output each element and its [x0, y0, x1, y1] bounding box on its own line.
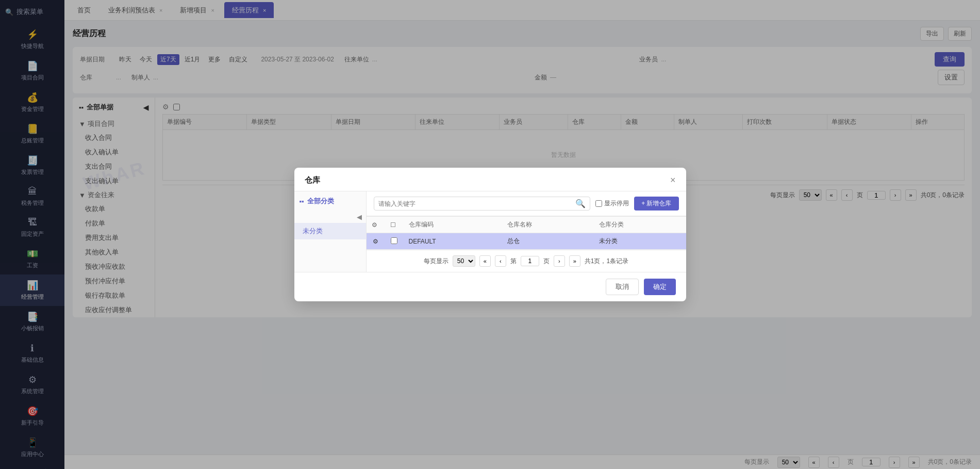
dialog-header: 仓库 ×: [294, 168, 686, 191]
row-category: 未分类: [594, 233, 686, 250]
category-panel: ▪▪ 全部分类 ◀ 未分类: [294, 191, 367, 272]
th-gear: ⚙: [367, 217, 385, 233]
cat-all-header[interactable]: ▪▪ 全部分类: [294, 191, 366, 211]
dialog-last-btn[interactable]: »: [569, 255, 580, 267]
dialog-table-scroll: ⚙ ☐ 仓库编码 仓库名称 仓库分类 ⚙ DEFAULT 总仓 未分类: [367, 216, 686, 250]
dialog-per-page-select[interactable]: 50: [453, 255, 475, 267]
dialog-body: ▪▪ 全部分类 ◀ 未分类 🔍: [294, 191, 686, 272]
warehouse-dialog: 仓库 × ▪▪ 全部分类 ◀ 未分类: [294, 168, 686, 301]
row-code: DEFAULT: [404, 233, 503, 250]
dialog-overlay: 仓库 × ▪▪ 全部分类 ◀ 未分类: [0, 0, 980, 469]
th-category: 仓库分类: [594, 217, 686, 233]
show-disabled-label[interactable]: 显示停用: [595, 199, 629, 208]
dialog-next-btn[interactable]: ›: [554, 255, 565, 267]
grid2-icon: ▪▪: [300, 198, 304, 205]
cancel-button[interactable]: 取消: [606, 279, 639, 295]
dialog-toolbar: 🔍 显示停用 + 新增仓库: [367, 191, 686, 216]
table-panel: 🔍 显示停用 + 新增仓库 ⚙ ☐ 仓库编码: [367, 191, 686, 272]
row-checkbox[interactable]: [385, 233, 404, 250]
cat-unclassified[interactable]: 未分类: [294, 223, 366, 239]
dialog-search-icon: 🔍: [575, 199, 586, 208]
dialog-pagination: 每页显示 50 « ‹ 第 页 › » 共1页，1条记录: [367, 250, 686, 272]
dialog-search-input[interactable]: [378, 200, 573, 207]
confirm-button[interactable]: 确定: [644, 279, 676, 295]
dialog-total-label: 共1页，1条记录: [585, 257, 628, 266]
dialog-page-input[interactable]: [521, 256, 539, 266]
dialog-close-button[interactable]: ×: [670, 175, 676, 186]
dialog-page-prefix: 第: [510, 257, 517, 266]
dialog-table-header-row: ⚙ ☐ 仓库编码 仓库名称 仓库分类: [367, 217, 686, 233]
cat-unclassified-label: 未分类: [303, 227, 323, 235]
show-disabled-text: 显示停用: [604, 199, 629, 208]
dialog-footer: 取消 确定: [294, 272, 686, 301]
dialog-first-btn[interactable]: «: [479, 255, 491, 267]
dialog-title: 仓库: [305, 175, 320, 185]
cat-all-label: 全部分类: [307, 197, 334, 206]
row-name: 总仓: [502, 233, 594, 250]
dialog-per-page-label: 每页显示: [424, 257, 449, 266]
dialog-page-label: 页: [543, 257, 550, 266]
dialog-search-wrap[interactable]: 🔍: [374, 197, 591, 211]
th-name: 仓库名称: [502, 217, 594, 233]
dialog-table: ⚙ ☐ 仓库编码 仓库名称 仓库分类 ⚙ DEFAULT 总仓 未分类: [367, 216, 686, 250]
th-checkbox: ☐: [385, 217, 404, 233]
add-warehouse-button[interactable]: + 新增仓库: [634, 197, 678, 211]
th-code: 仓库编码: [404, 217, 503, 233]
show-disabled-checkbox[interactable]: [595, 200, 602, 207]
row-gear[interactable]: ⚙: [367, 233, 385, 250]
cat-collapse-icon[interactable]: ◀: [357, 213, 362, 221]
dialog-table-row[interactable]: ⚙ DEFAULT 总仓 未分类: [367, 233, 686, 250]
dialog-prev-btn[interactable]: ‹: [495, 255, 506, 267]
